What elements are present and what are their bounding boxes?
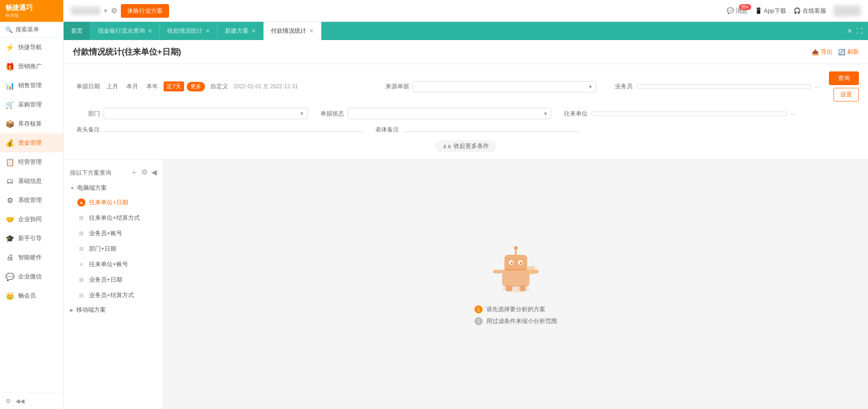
date-tab-more[interactable]: 更多 — [187, 82, 205, 91]
panel-collapse-icon[interactable]: ◀ — [151, 168, 157, 177]
scheme-item-salesperson-date[interactable]: ⊞ 业务员+日期 — [64, 272, 163, 288]
header-remark-input[interactable] — [104, 128, 363, 132]
tab-collection-close-icon[interactable]: ✕ — [205, 28, 210, 34]
panel-settings-icon[interactable]: ⚙ — [141, 168, 148, 177]
online-service-label: 在线客服 — [803, 7, 826, 15]
finance-icon: 💰 — [5, 138, 15, 147]
tab-payment-stats[interactable]: 付款情况统计 ✕ — [264, 22, 321, 40]
company-chevron-icon[interactable]: ▾ — [104, 7, 107, 14]
scheme-group-mobile-title[interactable]: ▶ 移动端方案 — [64, 303, 163, 317]
filter-partner: 往来单位 ··· — [560, 110, 795, 118]
source-doc-select[interactable]: ▾ — [413, 81, 596, 92]
scheme-item-dept-date[interactable]: ⊞ 部门+日期 — [64, 241, 163, 257]
notification-badge: 99+ — [739, 4, 751, 10]
step-1-num: 1 — [474, 305, 483, 313]
empty-step-1: 1 请先选择要分析的方案 — [474, 305, 557, 313]
filter-row-2: 部门 ▾ 单据状态 ▾ 往来单位 — [73, 108, 859, 119]
sidebar-item-inventory[interactable]: 📦 库存核算 — [0, 114, 63, 133]
group-arrow-icon: ▼ — [70, 186, 75, 191]
tab-payment-stats-close-icon[interactable]: ✕ — [309, 28, 314, 34]
partner-dots-icon[interactable]: ··· — [790, 110, 795, 117]
hardware-icon: 🖨 — [5, 253, 15, 262]
body-remark-input[interactable] — [403, 128, 579, 132]
notification-button[interactable]: 💬 消息 99+ — [727, 7, 748, 15]
footer-collapse-icon[interactable]: ◀◀ — [15, 398, 25, 404]
scheme-group-desktop-title[interactable]: ▼ 电脑端方案 — [64, 181, 163, 195]
topbar-settings-icon[interactable]: ⚙ — [111, 6, 117, 15]
dept-select[interactable]: ▾ — [104, 108, 308, 119]
scheme-item-partner-account-label: 往来单位+账号 — [89, 260, 128, 268]
sidebar-item-purchase[interactable]: 🛒 采购管理 — [0, 95, 63, 114]
tab-new-plan-label: 新建方案 — [225, 27, 249, 35]
marketing-label: 营销推广 — [18, 62, 42, 71]
export-label: 导出 — [821, 48, 833, 56]
date-tab-last-month[interactable]: 上月 — [104, 81, 121, 91]
header-actions: 📤 导出 🔄 刷新 — [812, 48, 859, 56]
guide-label: 新手引导 — [18, 234, 42, 242]
scheme-item-partner-settlement-label: 往来单位+结算方式 — [89, 214, 140, 222]
sidebar-item-marketing[interactable]: 🎁 营销推广 — [0, 57, 63, 76]
svg-point-8 — [514, 246, 518, 250]
scheme-item-salesperson-account-label: 业务员+账号 — [89, 229, 122, 237]
filter-area: 单据日期 上月 本月 本年 近7天 更多 自定义 2022-01-01 至 20… — [64, 64, 868, 160]
scheme-grid3-icon: ⊞ — [77, 245, 85, 253]
tab-cash-flow-close-icon[interactable]: ✕ — [148, 28, 152, 34]
tab-close-all-icon[interactable]: ✕ — [847, 27, 853, 35]
date-tab-this-month[interactable]: 本月 — [124, 81, 141, 91]
online-service-button[interactable]: 🎧 在线客服 — [793, 7, 826, 15]
date-tab-this-year[interactable]: 本年 — [144, 81, 161, 91]
panel-header-label: 按以下方案查询 — [70, 169, 111, 177]
sidebar-item-enterprise[interactable]: 🤝 企业协同 — [0, 210, 63, 229]
sidebar-item-finance[interactable]: 💰 资金管理 — [0, 133, 63, 152]
panel-add-icon[interactable]: ＋ — [130, 168, 138, 177]
date-tab-custom[interactable]: 自定义 — [208, 81, 231, 91]
app-download-button[interactable]: 📱 App下载 — [755, 7, 786, 15]
sidebar-item-member[interactable]: 👑 畅会员 — [0, 286, 63, 305]
search-menu[interactable]: 🔍 搜索菜单 — [0, 22, 63, 38]
main-content: 1 请先选择要分析的方案 2 用过滤条件来缩小分析范围 — [164, 160, 868, 409]
trial-button[interactable]: 体验行业方案 — [121, 4, 169, 18]
sidebar-item-basic[interactable]: 🗂 基础信息 — [0, 172, 63, 191]
inventory-icon: 📦 — [5, 119, 15, 128]
partner-select[interactable] — [591, 111, 787, 116]
purchase-label: 采购管理 — [18, 101, 42, 109]
filter-settings-button[interactable]: 设置 — [833, 88, 859, 101]
member-label: 畅会员 — [18, 292, 36, 300]
scheme-item-partner-settlement[interactable]: ⊞ 往来单位+结算方式 — [64, 210, 163, 226]
export-button[interactable]: 📤 导出 — [812, 48, 833, 56]
scheme-item-salesperson-settlement[interactable]: ⊞ 业务员+结算方式 — [64, 288, 163, 303]
sidebar-item-guide[interactable]: 🎓 新手引导 — [0, 229, 63, 248]
sidebar-item-hardware[interactable]: 🖨 智能硬件 — [0, 248, 63, 267]
tab-fullscreen-icon[interactable]: ⛶ — [856, 27, 863, 35]
doc-status-select[interactable]: ▾ — [348, 108, 552, 119]
salesperson-dots-icon[interactable]: ··· — [815, 83, 820, 90]
scheme-item-salesperson-account[interactable]: ⊞ 业务员+账号 — [64, 226, 163, 241]
user-avatar[interactable] — [833, 5, 861, 16]
footer-settings-icon[interactable]: ⚙ — [5, 398, 11, 404]
tab-home[interactable]: 首页 — [64, 22, 90, 40]
sidebar-item-operations[interactable]: 📋 经营管理 — [0, 152, 63, 172]
sidebar-item-wechat[interactable]: 💬 企业微信 — [0, 267, 63, 286]
tab-cash-flow[interactable]: 现金银行流水查询 ✕ — [90, 22, 160, 40]
salesperson-select[interactable] — [636, 84, 811, 89]
tab-cash-flow-label: 现金银行流水查询 — [98, 27, 145, 35]
collapse-button[interactable]: ∧∧ 收起更多条件 — [435, 140, 496, 152]
svg-rect-1 — [502, 268, 529, 287]
sidebar-item-quick-nav[interactable]: ⚡ 快捷导航 — [0, 38, 63, 57]
quick-nav-icon: ⚡ — [5, 43, 15, 52]
finance-label: 资金管理 — [18, 139, 42, 147]
topbar-right: 💬 消息 99+ 📱 App下载 🎧 在线客服 — [727, 5, 861, 16]
refresh-button[interactable]: 🔄 刷新 — [838, 48, 859, 56]
tab-new-plan-close-icon[interactable]: ✕ — [251, 28, 256, 34]
export-icon: 📤 — [812, 49, 819, 56]
sidebar-item-sales[interactable]: 📊 销售管理 — [0, 76, 63, 95]
scheme-item-partner-date[interactable]: ● 往来单位+日期 — [64, 195, 163, 210]
sidebar-item-system[interactable]: ⚙ 系统管理 — [0, 191, 63, 210]
query-button[interactable]: 查询 — [829, 71, 859, 85]
scheme-grid-icon: ⊞ — [77, 214, 85, 222]
tab-new-plan[interactable]: 新建方案 ✕ — [218, 22, 264, 40]
date-tab-7days[interactable]: 近7天 — [164, 81, 184, 91]
tab-collection[interactable]: 收款情况统计 ✕ — [160, 22, 218, 40]
sidebar: 畅捷通巧 标准版 🔍 搜索菜单 ⚡ 快捷导航 🎁 营销推广 📊 销售管理 🛒 采… — [0, 0, 64, 409]
scheme-item-partner-account[interactable]: ≡ 往来单位+账号 — [64, 257, 163, 272]
